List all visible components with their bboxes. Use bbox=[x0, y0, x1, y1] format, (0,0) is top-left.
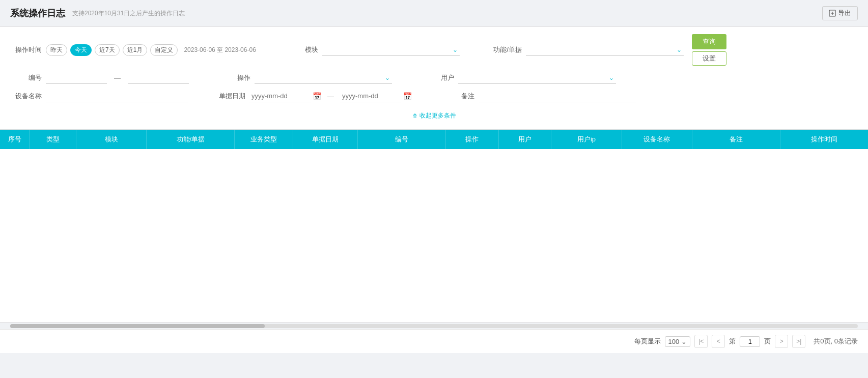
filter-row-1: 操作时间 昨天 今天 近7天 近1月 自定义 2023-06-06 至 2023… bbox=[10, 34, 858, 66]
first-page-btn[interactable]: |< bbox=[694, 335, 708, 348]
prev-page-btn[interactable]: < bbox=[712, 335, 725, 348]
table-container: 序号 类型 模块 功能/单据 业务类型 单据日期 编号 操作 用户 用户ip 设… bbox=[0, 130, 868, 149]
col-seq: 序号 bbox=[0, 130, 30, 149]
scrollbar-thumb bbox=[10, 324, 265, 328]
device-input[interactable] bbox=[46, 90, 188, 102]
export-icon bbox=[829, 10, 836, 17]
filter-row-2: 编号 — 操作 ⌄ 用户 ⌄ bbox=[10, 72, 858, 84]
col-number: 编号 bbox=[358, 130, 446, 149]
date-separator: — bbox=[323, 93, 338, 100]
date-range-text: 2023-06-06 至 2023-06-06 bbox=[184, 46, 256, 54]
next-page-btn[interactable]: > bbox=[775, 335, 788, 348]
data-table: 序号 类型 模块 功能/单据 业务类型 单据日期 编号 操作 用户 用户ip 设… bbox=[0, 130, 868, 149]
empty-area bbox=[0, 149, 868, 322]
col-device-name: 设备名称 bbox=[622, 130, 692, 149]
func-group: 功能/单据 ⌄ bbox=[490, 44, 684, 56]
total-text: 共0页, 0条记录 bbox=[814, 337, 858, 346]
col-user-ip: 用户ip bbox=[551, 130, 622, 149]
operation-label: 操作 bbox=[219, 73, 255, 82]
yesterday-btn[interactable]: 昨天 bbox=[46, 44, 67, 56]
table-header: 序号 类型 模块 功能/单据 业务类型 单据日期 编号 操作 用户 用户ip 设… bbox=[0, 130, 868, 149]
user-select[interactable]: ⌄ bbox=[458, 72, 616, 84]
col-operation: 操作 bbox=[445, 130, 498, 149]
number-end-input[interactable] bbox=[128, 72, 189, 84]
date-range-group: 📅 — 📅 bbox=[249, 90, 412, 102]
page-input[interactable] bbox=[740, 336, 760, 347]
date-start-input[interactable] bbox=[249, 90, 311, 102]
user-group: 用户 ⌄ bbox=[423, 72, 616, 84]
today-btn[interactable]: 今天 bbox=[70, 44, 92, 56]
operation-group: 操作 ⌄ bbox=[219, 72, 392, 84]
col-remark: 备注 bbox=[692, 130, 780, 149]
main-content: 序号 类型 模块 功能/单据 业务类型 单据日期 编号 操作 用户 用户ip 设… bbox=[0, 130, 868, 322]
page-title: 系统操作日志 bbox=[10, 7, 65, 19]
collapse-label: 收起更多条件 bbox=[419, 111, 456, 120]
calendar-start-icon[interactable]: 📅 bbox=[313, 92, 321, 100]
module-arrow-icon: ⌄ bbox=[453, 46, 458, 53]
module-group: 模块 ⌄ bbox=[287, 44, 460, 56]
col-module: 模块 bbox=[76, 130, 147, 149]
remark-input[interactable] bbox=[479, 90, 636, 102]
per-page-select[interactable]: 100 ⌄ bbox=[665, 336, 691, 347]
module-select[interactable]: ⌄ bbox=[322, 44, 460, 56]
number-start-input[interactable] bbox=[46, 72, 107, 84]
number-separator: — bbox=[110, 74, 125, 82]
export-button[interactable]: 导出 bbox=[822, 6, 858, 20]
header-row: 序号 类型 模块 功能/单据 业务类型 单据日期 编号 操作 用户 用户ip 设… bbox=[0, 130, 868, 149]
last-page-btn[interactable]: >| bbox=[792, 335, 805, 348]
number-label: 编号 bbox=[10, 73, 46, 82]
per-page-value: 100 bbox=[668, 338, 680, 345]
col-voucher-date: 单据日期 bbox=[293, 130, 358, 149]
col-biz-type: 业务类型 bbox=[235, 130, 293, 149]
voucher-date-label: 单据日期 bbox=[209, 92, 249, 101]
user-label: 用户 bbox=[423, 73, 458, 82]
func-select[interactable]: ⌄ bbox=[526, 44, 684, 56]
per-page-label: 每页显示 bbox=[634, 337, 661, 346]
operation-arrow-icon: ⌄ bbox=[385, 74, 390, 81]
col-user: 用户 bbox=[498, 130, 551, 149]
voucher-date-group: 单据日期 📅 — 📅 bbox=[209, 90, 412, 102]
collapse-up-icon: ⤊ bbox=[412, 112, 417, 120]
filter-row-3: 设备名称 单据日期 📅 — 📅 备注 bbox=[10, 90, 858, 102]
module-label: 模块 bbox=[287, 45, 322, 54]
col-func: 功能/单据 bbox=[147, 130, 235, 149]
pagination-bar: 每页显示 100 ⌄ |< < 第 页 > >| 共0页, 0条记录 bbox=[0, 329, 868, 353]
remark-label: 备注 bbox=[443, 92, 479, 101]
col-type: 类型 bbox=[30, 130, 76, 149]
user-arrow-icon: ⌄ bbox=[609, 74, 614, 81]
time-options: 昨天 今天 近7天 近1月 自定义 2023-06-06 至 2023-06-0… bbox=[46, 44, 256, 56]
settings-button[interactable]: 设置 bbox=[692, 51, 726, 66]
custom-btn[interactable]: 自定义 bbox=[150, 44, 178, 56]
scrollbar-track bbox=[10, 324, 858, 328]
number-range: — bbox=[46, 72, 199, 84]
func-label: 功能/单据 bbox=[490, 45, 526, 54]
query-button[interactable]: 查询 bbox=[692, 34, 726, 49]
scrollbar-area[interactable] bbox=[0, 322, 868, 329]
action-buttons: 查询 设置 bbox=[692, 34, 726, 66]
export-label: 导出 bbox=[838, 9, 851, 18]
filter-panel: 操作时间 昨天 今天 近7天 近1月 自定义 2023-06-06 至 2023… bbox=[0, 27, 868, 130]
device-label: 设备名称 bbox=[10, 92, 46, 101]
page-header: 系统操作日志 支持2020年10月31日之后产生的操作日志 导出 bbox=[0, 0, 868, 27]
operation-select[interactable]: ⌄ bbox=[255, 72, 392, 84]
per-page-arrow: ⌄ bbox=[681, 338, 687, 345]
func-arrow-icon: ⌄ bbox=[677, 46, 682, 53]
col-op-time: 操作时间 bbox=[780, 130, 868, 149]
remark-group: 备注 bbox=[443, 90, 636, 102]
time-label: 操作时间 bbox=[10, 45, 46, 54]
calendar-end-icon[interactable]: 📅 bbox=[403, 92, 412, 100]
date-end-input[interactable] bbox=[340, 90, 401, 102]
page-unit: 页 bbox=[764, 337, 771, 346]
page-label: 第 bbox=[729, 337, 736, 346]
last1m-btn[interactable]: 近1月 bbox=[123, 44, 148, 56]
collapse-bar[interactable]: ⤊ 收起更多条件 bbox=[10, 108, 858, 125]
last7-btn[interactable]: 近7天 bbox=[95, 44, 120, 56]
page-subtitle: 支持2020年10月31日之后产生的操作日志 bbox=[72, 9, 185, 18]
